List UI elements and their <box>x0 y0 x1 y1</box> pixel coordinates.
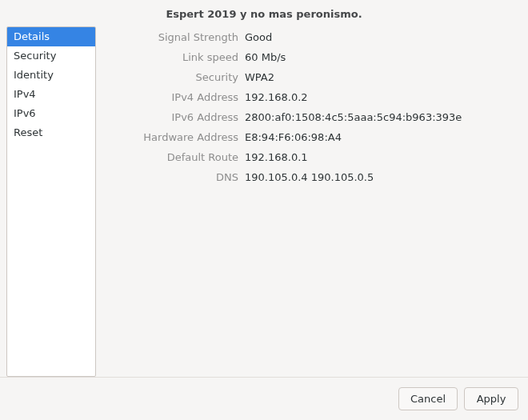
detail-value: 190.105.0.4 190.105.0.5 <box>245 171 374 183</box>
detail-row-security: SecurityWPA2 <box>110 71 522 83</box>
detail-label: IPv6 Address <box>110 111 245 123</box>
detail-row-ipv4-address: IPv4 Address192.168.0.2 <box>110 91 522 103</box>
detail-value: E8:94:F6:06:98:A4 <box>245 131 342 143</box>
detail-row-dns: DNS190.105.0.4 190.105.0.5 <box>110 171 522 183</box>
sidebar-item-identity[interactable]: Identity <box>7 66 95 85</box>
sidebar-item-reset[interactable]: Reset <box>7 123 95 142</box>
detail-value: WPA2 <box>245 71 274 83</box>
detail-label: Signal Strength <box>110 31 245 43</box>
detail-row-default-route: Default Route192.168.0.1 <box>110 151 522 163</box>
dialog-title: Espert 2019 y no mas peronismo. <box>0 0 528 26</box>
detail-label: Security <box>110 71 245 83</box>
detail-row-signal-strength: Signal StrengthGood <box>110 31 522 43</box>
detail-value: 192.168.0.2 <box>245 91 308 103</box>
settings-dialog: Espert 2019 y no mas peronismo. DetailsS… <box>0 0 528 420</box>
sidebar-item-security[interactable]: Security <box>7 46 95 66</box>
detail-label: Hardware Address <box>110 131 245 143</box>
detail-value: 192.168.0.1 <box>245 151 308 163</box>
details-panel: Signal StrengthGoodLink speed60 Mb/sSecu… <box>104 26 522 377</box>
sidebar-item-ipv6[interactable]: IPv6 <box>7 104 95 123</box>
cancel-button[interactable]: Cancel <box>398 387 458 410</box>
detail-label: IPv4 Address <box>110 91 245 103</box>
dialog-footer: Cancel Apply <box>0 377 528 420</box>
dialog-body: DetailsSecurityIdentityIPv4IPv6Reset Sig… <box>0 26 528 377</box>
detail-label: DNS <box>110 171 245 183</box>
detail-row-ipv6-address: IPv6 Address2800:af0:1508:4c5:5aaa:5c94:… <box>110 111 522 123</box>
detail-label: Link speed <box>110 51 245 63</box>
detail-row-link-speed: Link speed60 Mb/s <box>110 51 522 63</box>
sidebar-item-ipv4[interactable]: IPv4 <box>7 85 95 104</box>
detail-value: Good <box>245 31 272 43</box>
detail-label: Default Route <box>110 151 245 163</box>
detail-row-hardware-address: Hardware AddressE8:94:F6:06:98:A4 <box>110 131 522 143</box>
sidebar: DetailsSecurityIdentityIPv4IPv6Reset <box>6 26 96 377</box>
apply-button[interactable]: Apply <box>464 387 518 410</box>
detail-value: 2800:af0:1508:4c5:5aaa:5c94:b963:393e <box>245 111 462 123</box>
detail-value: 60 Mb/s <box>245 51 286 63</box>
sidebar-item-details[interactable]: Details <box>7 27 95 46</box>
